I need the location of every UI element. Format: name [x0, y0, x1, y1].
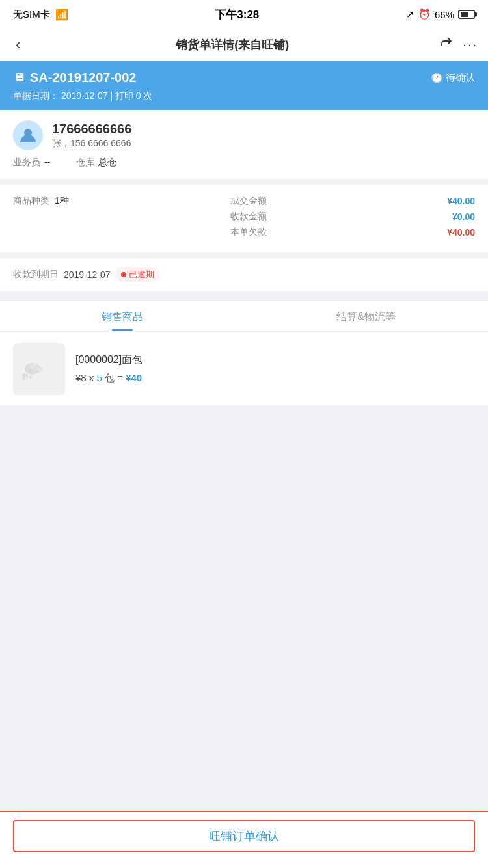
wifi-icon: 📶	[55, 8, 68, 21]
svg-point-3	[36, 366, 42, 372]
page-title: 销货单详情(来自旺铺)	[176, 37, 289, 53]
received-value: ¥0.00	[452, 211, 475, 222]
tab-indicator	[112, 329, 133, 331]
amount-row: 成交金额 ¥40.00	[230, 195, 475, 207]
battery-text: 66%	[435, 9, 454, 20]
tab-bar: 销售商品 结算&物流等	[0, 301, 488, 331]
svg-text:野+: 野+	[22, 373, 33, 381]
summary-right: 成交金额 ¥40.00 收款金额 ¥0.00 本单欠款 ¥40.00	[230, 195, 475, 242]
status-bar: 无SIM卡 📶 下午3:28 ↗ ⏰ 66%	[0, 0, 488, 29]
owed-row: 本单欠款 ¥40.00	[230, 226, 475, 238]
status-bar-left: 无SIM卡 📶	[13, 8, 68, 21]
tab-settlement[interactable]: 结算&物流等	[244, 301, 488, 331]
svg-point-4	[28, 368, 32, 372]
overdue-badge: 已逾期	[116, 267, 159, 282]
customer-info: 17666666666 张，156 6666 6666	[52, 122, 131, 150]
owed-value: ¥40.00	[447, 227, 475, 237]
alarm-icon: ⏰	[418, 8, 431, 20]
due-date-section: 收款到期日 2019-12-07 已逾期	[0, 258, 488, 291]
summary-section: 商品种类 1种 成交金额 ¥40.00 收款金额 ¥0.00 本单欠款 ¥40.…	[0, 185, 488, 252]
divider-1	[0, 180, 488, 185]
status-bar-right: ↗ ⏰ 66%	[406, 8, 475, 20]
order-status: 🕐 待确认	[431, 72, 475, 84]
battery-icon	[458, 10, 475, 19]
customer-name: 张，156 6666 6666	[52, 138, 131, 150]
back-button[interactable]: ‹	[10, 31, 25, 59]
overdue-dot	[121, 272, 126, 277]
divider-2	[0, 253, 488, 258]
received-row: 收款金额 ¥0.00	[230, 211, 475, 223]
order-date-row: 单据日期： 2019-12-07 | 打印 0 次	[13, 90, 475, 102]
confirm-order-button[interactable]: 旺铺订单确认	[13, 820, 475, 852]
order-icon: 🖥	[13, 71, 25, 85]
product-thumbnail: 野+	[13, 343, 65, 395]
nav-actions: ···	[439, 36, 478, 53]
warehouse-item: 仓库 总仓	[76, 157, 116, 169]
confirm-button-wrapper: 旺铺订单确认	[0, 811, 488, 868]
customer-meta: 业务员 -- 仓库 总仓	[13, 157, 475, 169]
svg-point-5	[34, 364, 36, 366]
product-list: 野+ [0000002]面包 ¥8 x 5 包 = ¥40	[0, 332, 488, 405]
order-id: 🖥 SA-20191207-002	[13, 70, 136, 85]
share-button[interactable]	[439, 36, 452, 53]
carrier-text: 无SIM卡	[13, 8, 50, 21]
status-text: 待确认	[446, 72, 475, 84]
product-name: [0000002]面包	[75, 353, 475, 367]
bottom-area	[0, 405, 488, 536]
customer-card: 17666666666 张，156 6666 6666 业务员 -- 仓库 总仓	[0, 110, 488, 179]
product-info: [0000002]面包 ¥8 x 5 包 = ¥40	[75, 353, 475, 385]
due-date-value: 2019-12-07	[64, 269, 111, 280]
amount-value: ¥40.00	[447, 196, 475, 206]
location-icon: ↗	[406, 8, 414, 20]
status-clock-icon: 🕐	[431, 72, 443, 84]
more-button[interactable]: ···	[463, 37, 478, 52]
product-price-row: ¥8 x 5 包 = ¥40	[75, 372, 475, 385]
divider-3	[0, 296, 488, 301]
table-row: 野+ [0000002]面包 ¥8 x 5 包 = ¥40	[0, 332, 488, 405]
customer-phone: 17666666666	[52, 122, 131, 137]
order-header: 🖥 SA-20191207-002 🕐 待确认 单据日期： 2019-12-07…	[0, 61, 488, 110]
avatar	[13, 120, 43, 150]
tab-sales-products[interactable]: 销售商品	[0, 301, 244, 331]
summary-left: 商品种类 1种	[13, 195, 217, 207]
salesperson-item: 业务员 --	[13, 157, 50, 169]
nav-bar: ‹ 销货单详情(来自旺铺) ···	[0, 29, 488, 61]
status-bar-time: 下午3:28	[215, 7, 259, 22]
